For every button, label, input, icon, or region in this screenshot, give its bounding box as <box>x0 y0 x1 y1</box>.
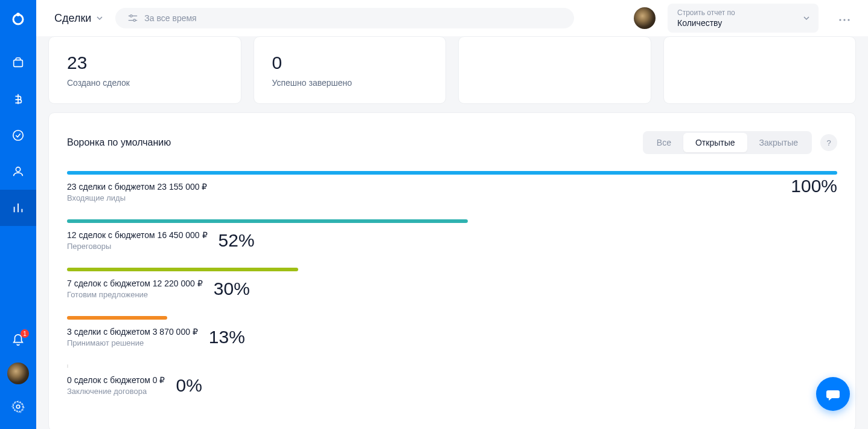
header-avatar[interactable] <box>634 7 656 29</box>
funnel-deals-text: 0 сделок с бюджетом 0 ₽ <box>67 375 165 385</box>
dots-icon <box>839 19 850 21</box>
funnel-bar <box>67 364 68 368</box>
header: Сделки За все время Строить отчет по Кол… <box>36 0 868 36</box>
funnel-percent: 0% <box>176 375 202 396</box>
sidebar-item-contacts[interactable] <box>0 153 36 190</box>
svg-point-5 <box>16 405 20 408</box>
chat-icon <box>825 385 841 402</box>
sidebar-item-notifications[interactable]: 1 <box>0 323 36 356</box>
funnel-bar <box>67 268 298 271</box>
funnel-percent: 13% <box>209 327 245 347</box>
report-by-dropdown[interactable]: Строить отчет по Количеству <box>668 4 819 33</box>
sidebar-item-deals[interactable] <box>0 45 36 81</box>
svg-point-8 <box>133 19 136 22</box>
filter-label: За все время <box>144 13 196 23</box>
funnel-bar <box>67 171 837 175</box>
funnel-stage[interactable]: 23 сделки с бюджетом 23 155 000 ₽Входящи… <box>67 171 837 202</box>
svg-point-4 <box>16 167 20 172</box>
funnel-percent: 30% <box>214 279 250 299</box>
funnel-stage[interactable]: 0 сделок с бюджетом 0 ₽Заключение догово… <box>67 364 837 396</box>
summary-card-created[interactable]: 23 Создано сделок <box>48 36 241 104</box>
funnel-stage-name: Заключение договора <box>67 387 165 396</box>
funnel-stage-name: Переговоры <box>67 242 208 251</box>
more-menu[interactable] <box>839 13 850 24</box>
sidebar-item-analytics[interactable] <box>0 190 36 226</box>
funnel-title: Воронка по умолчанию <box>67 137 171 148</box>
funnel-stage-name: Готовим предложение <box>67 290 203 299</box>
page-title: Сделки <box>54 12 91 25</box>
funnel-stage-name: Принимают решение <box>67 338 198 347</box>
card-label: Создано сделок <box>67 78 223 88</box>
report-value: Количеству <box>677 18 809 28</box>
funnel-percent: 100% <box>791 176 837 196</box>
svg-point-10 <box>843 19 845 21</box>
avatar <box>7 363 29 384</box>
notification-badge: 1 <box>21 329 29 338</box>
summary-card-empty-2[interactable] <box>663 36 857 104</box>
report-label: Строить отчет по <box>677 8 809 17</box>
funnel-percent: 52% <box>219 230 255 251</box>
funnel-stage[interactable]: 7 сделок с бюджетом 12 220 000 ₽Готовим … <box>67 268 837 299</box>
funnel-stage-name: Входящие лиды <box>67 193 207 202</box>
funnel-bar <box>67 219 468 223</box>
time-filter[interactable]: За все время <box>115 8 574 28</box>
funnel-bar <box>67 316 167 320</box>
card-label: Успешно завершено <box>272 78 428 88</box>
funnel-tabs: Все Открытые Закрытые <box>643 131 812 154</box>
funnel-deals-text: 7 сделок с бюджетом 12 220 000 ₽ <box>67 279 203 288</box>
funnel-deals-text: 3 сделки с бюджетом 3 870 000 ₽ <box>67 327 198 337</box>
svg-point-1 <box>16 13 20 16</box>
help-button[interactable]: ? <box>820 134 837 151</box>
svg-point-3 <box>13 131 24 141</box>
card-value: 0 <box>272 53 428 73</box>
chevron-down-icon <box>803 15 810 22</box>
card-value: 23 <box>67 53 223 73</box>
tab-closed[interactable]: Закрытые <box>747 133 810 152</box>
sidebar-item-settings[interactable] <box>0 390 36 423</box>
sidebar: 1 <box>0 0 36 429</box>
funnel-deals-text: 23 сделки с бюджетом 23 155 000 ₽ <box>67 182 207 192</box>
svg-point-9 <box>839 19 841 21</box>
sidebar-item-profile[interactable] <box>0 356 36 390</box>
sidebar-item-tasks[interactable] <box>0 117 36 153</box>
main: Сделки За все время Строить отчет по Кол… <box>36 0 868 429</box>
filter-icon <box>127 13 138 24</box>
content: 23 Создано сделок 0 Успешно завершено Во… <box>36 36 868 429</box>
sidebar-item-finance[interactable] <box>0 81 36 117</box>
tab-open[interactable]: Открытые <box>683 133 747 152</box>
svg-rect-2 <box>14 60 23 66</box>
page-title-dropdown[interactable]: Сделки <box>54 12 103 25</box>
chevron-down-icon <box>96 15 103 22</box>
chat-button[interactable] <box>816 377 850 411</box>
funnel-deals-text: 12 сделок с бюджетом 16 450 000 ₽ <box>67 230 208 240</box>
tab-all[interactable]: Все <box>645 133 683 152</box>
funnel-stage[interactable]: 12 сделок с бюджетом 16 450 000 ₽Перегов… <box>67 219 837 251</box>
svg-point-7 <box>130 15 133 18</box>
funnel-panel: Воронка по умолчанию Все Открытые Закрыт… <box>48 112 856 429</box>
funnel-stage[interactable]: 3 сделки с бюджетом 3 870 000 ₽Принимают… <box>67 316 837 347</box>
app-logo[interactable] <box>11 12 25 27</box>
funnel-stages: 23 сделки с бюджетом 23 155 000 ₽Входящи… <box>67 171 837 396</box>
summary-row: 23 Создано сделок 0 Успешно завершено <box>48 36 856 104</box>
summary-card-empty-1[interactable] <box>458 36 651 104</box>
summary-card-completed[interactable]: 0 Успешно завершено <box>254 36 447 104</box>
svg-point-11 <box>847 19 849 21</box>
